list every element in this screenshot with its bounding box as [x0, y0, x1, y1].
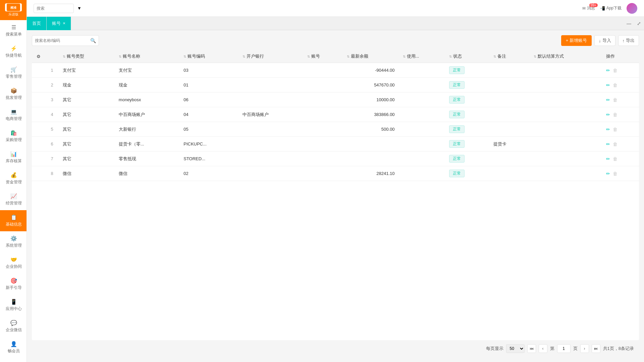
edit-button-0[interactable]: ✏ — [606, 68, 610, 73]
app-download-button[interactable]: 📲 App下载 — [600, 5, 622, 11]
basic-info-icon: 📋 — [10, 214, 17, 221]
sidebar-item-quick-nav[interactable]: ⚡ 快捷导航 — [0, 41, 26, 62]
cell-code-0: 03 — [179, 63, 238, 78]
col-status-label: 状态 — [453, 53, 462, 59]
cell-type-2: 其它 — [59, 93, 115, 107]
sidebar-item-system[interactable]: ⚙️ 系统管理 — [0, 231, 26, 252]
cell-num-0: 1 — [45, 63, 59, 78]
cell-num-5: 6 — [45, 137, 59, 152]
sidebar-item-ecommerce[interactable]: 💻 电商管理 — [0, 105, 26, 126]
content-area: 🔍 + 新增账号 ↓ 导入 ↑ 导出 ⚙ — [27, 30, 644, 362]
first-page-button[interactable]: ⏮ — [527, 344, 536, 353]
sidebar-label-search-menu: 搜索菜单 — [6, 32, 22, 37]
edit-button-2[interactable]: ✏ — [606, 97, 610, 103]
delete-button-5[interactable]: 🗑 — [613, 141, 618, 147]
sidebar-item-search-menu[interactable]: ☰ 搜索菜单 — [0, 20, 26, 41]
last-page-button[interactable]: ⏭ — [592, 344, 600, 353]
col-status[interactable]: ⇅状态 — [445, 50, 490, 63]
col-settings[interactable]: ⚙ — [32, 50, 45, 63]
cell-bank-6 — [238, 152, 303, 166]
cell-actions-3: ✏ 🗑 — [602, 107, 639, 122]
tab-minimize-button[interactable]: — — [624, 17, 634, 30]
tab-home[interactable]: 首页 — [27, 17, 47, 30]
next-page-button[interactable]: › — [580, 344, 589, 353]
sidebar-item-app-center[interactable]: 📱 应用中心 — [0, 295, 26, 316]
sidebar-item-purchase[interactable]: 🛍️ 采购管理 — [0, 126, 26, 147]
col-bank[interactable]: ⇅开户银行 — [238, 50, 303, 63]
sidebar-item-operations[interactable]: 📈 经营管理 — [0, 189, 26, 210]
app-download-label: App下载 — [606, 5, 622, 11]
cell-num-4: 5 — [45, 122, 59, 137]
cell-payment-0 — [530, 63, 602, 78]
cell-num-3: 4 — [45, 107, 59, 122]
sidebar-item-finance[interactable]: 💰 资金管理 — [0, 168, 26, 189]
delete-button-0[interactable]: 🗑 — [613, 68, 618, 73]
tab-account[interactable]: 账号 ✕ — [47, 17, 71, 30]
cell-actions-4: ✏ 🗑 — [602, 122, 639, 137]
pagination: 每页显示 50 100 200 ⏮ ‹ 第 页 › ⏭ 共1页，8条记录 — [32, 340, 639, 357]
col-balance[interactable]: ⇅最新余额 — [343, 50, 399, 63]
delete-button-2[interactable]: 🗑 — [613, 97, 618, 103]
edit-button-7[interactable]: ✏ — [606, 171, 610, 176]
sidebar-item-wechat[interactable]: 💬 企业微信 — [0, 316, 26, 337]
cell-status-1: 正常 — [445, 78, 490, 93]
cell-account-4 — [303, 122, 343, 137]
messages-button[interactable]: ✉ 消息 99+ — [582, 5, 595, 11]
edit-button-5[interactable]: ✏ — [606, 141, 610, 147]
delete-button-3[interactable]: 🗑 — [613, 112, 618, 117]
cell-remark-7 — [489, 166, 529, 181]
sort-icon-usage: ⇅ — [403, 55, 406, 58]
col-name-label: 账号名称 — [123, 53, 140, 59]
prev-page-button[interactable]: ‹ — [539, 344, 547, 353]
sidebar-item-guide[interactable]: 🎯 新手引导 — [0, 274, 26, 295]
col-type-label: 账号类型 — [67, 53, 84, 59]
col-code[interactable]: ⇅账号编码 — [179, 50, 238, 63]
page-size-select[interactable]: 50 100 200 — [506, 344, 525, 353]
topbar-search-input[interactable] — [34, 4, 74, 13]
cell-num-2: 3 — [45, 93, 59, 107]
delete-button-6[interactable]: 🗑 — [613, 156, 618, 162]
sort-icon-payment: ⇅ — [534, 55, 536, 58]
cell-settings-7 — [32, 166, 45, 181]
sidebar-item-member[interactable]: 👤 畅会员 — [0, 337, 26, 358]
cell-remark-2 — [489, 93, 529, 107]
delete-button-7[interactable]: 🗑 — [613, 171, 618, 176]
cell-num-6: 7 — [45, 152, 59, 166]
sidebar-label-operations: 经营管理 — [6, 200, 22, 206]
delete-button-4[interactable]: 🗑 — [613, 127, 618, 132]
topbar-dropdown[interactable]: ▼ — [77, 6, 82, 11]
delete-button-1[interactable]: 🗑 — [613, 82, 618, 88]
cell-status-7: 正常 — [445, 166, 490, 181]
sidebar-item-retail[interactable]: 🛒 零售管理 — [0, 62, 26, 83]
col-account[interactable]: ⇅账号 — [303, 50, 343, 63]
tab-account-close[interactable]: ✕ — [63, 21, 65, 25]
sidebar-item-wholesale[interactable]: 📦 批发管理 — [0, 83, 26, 105]
col-remark[interactable]: ⇅备注 — [489, 50, 529, 63]
tab-maximize-button[interactable]: ⤢ — [634, 17, 644, 30]
edit-button-4[interactable]: ✏ — [606, 127, 610, 132]
edit-button-3[interactable]: ✏ — [606, 112, 610, 117]
edit-button-6[interactable]: ✏ — [606, 156, 610, 162]
sort-icon: ⇅ — [63, 55, 65, 58]
sidebar-label-quick-nav: 快捷导航 — [6, 53, 22, 58]
sidebar-item-basic-info[interactable]: 📋 基础信息 — [0, 210, 26, 231]
add-account-button[interactable]: + 新增账号 — [561, 35, 592, 46]
export-button[interactable]: ↑ 导出 — [618, 35, 639, 46]
search-input[interactable] — [35, 38, 90, 43]
col-usage[interactable]: ⇅使用... — [399, 50, 445, 63]
import-button[interactable]: ↓ 导入 — [594, 35, 615, 46]
cell-status-2: 正常 — [445, 93, 490, 107]
sidebar-item-inventory[interactable]: 📊 库存核算 — [0, 147, 26, 168]
table-row: 1 支付宝 支付宝 03 -90444.00 正常 ✏ 🗑 — [32, 63, 639, 78]
col-type[interactable]: ⇅账号类型 — [59, 50, 115, 63]
page-size-label: 每页显示 — [486, 346, 503, 352]
member-icon: 👤 — [10, 341, 17, 347]
col-default-payment[interactable]: ⇅默认结算方式 — [530, 50, 602, 63]
current-page-input[interactable] — [557, 344, 571, 353]
sidebar-item-agreement[interactable]: 🤝 企业协同 — [0, 252, 26, 274]
user-avatar[interactable] — [627, 3, 637, 14]
messages-badge: 99+ — [589, 3, 598, 7]
col-name[interactable]: ⇅账号名称 — [115, 50, 179, 63]
cell-account-0 — [303, 63, 343, 78]
edit-button-1[interactable]: ✏ — [606, 82, 610, 88]
